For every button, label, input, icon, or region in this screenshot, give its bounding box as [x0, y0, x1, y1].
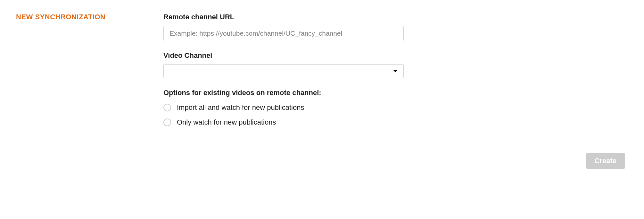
option-import-all[interactable]: Import all and watch for new publication…: [163, 103, 497, 112]
options-group: Options for existing videos on remote ch…: [163, 89, 497, 127]
video-channel-select[interactable]: [163, 64, 404, 78]
option-watch-only-label: Only watch for new publications: [177, 118, 276, 127]
option-watch-only[interactable]: Only watch for new publications: [163, 118, 497, 127]
options-label: Options for existing videos on remote ch…: [163, 89, 497, 97]
new-sync-form: NEW SYNCHRONIZATION Remote channel URL V…: [16, 13, 628, 137]
radio-icon: [163, 104, 171, 111]
section-title: NEW SYNCHRONIZATION: [16, 13, 163, 21]
video-channel-select-wrap: [163, 64, 404, 78]
form-column: Remote channel URL Video Channel Options…: [163, 13, 503, 137]
form-footer: Create: [16, 153, 628, 169]
options-radio-group: Import all and watch for new publication…: [163, 103, 497, 127]
remote-url-input[interactable]: [163, 26, 404, 41]
video-channel-label: Video Channel: [163, 51, 497, 60]
option-import-all-label: Import all and watch for new publication…: [177, 103, 304, 112]
create-button[interactable]: Create: [586, 153, 625, 169]
remote-url-label: Remote channel URL: [163, 13, 497, 21]
section-heading-column: NEW SYNCHRONIZATION: [16, 13, 163, 137]
video-channel-group: Video Channel: [163, 51, 497, 78]
radio-icon: [163, 118, 171, 126]
remote-url-group: Remote channel URL: [163, 13, 497, 41]
